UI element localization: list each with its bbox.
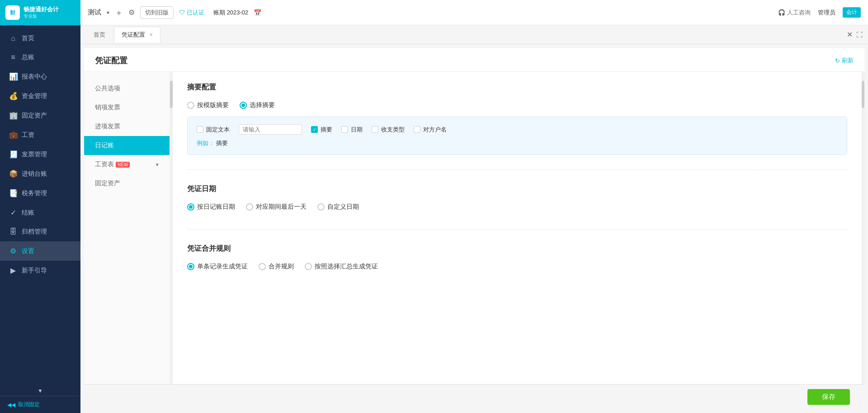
invoice-icon: 🧾 <box>9 150 17 159</box>
sidebar-item-ledger[interactable]: ≡ 总账 <box>0 48 80 67</box>
sidebar-item-home[interactable]: ⌂ 首页 <box>0 29 80 48</box>
shield-icon: 🛡 <box>179 9 185 16</box>
period-label: 账期 2023-02 <box>213 9 248 17</box>
radio-merge-circle <box>259 263 266 270</box>
sidebar-item-tax[interactable]: 📑 税务管理 <box>0 183 80 203</box>
left-nav: 公共选项 销项发票 进项发票 日记账 工资表 NEW ▾ 固定资产 <box>84 72 170 384</box>
sidebar-item-guide[interactable]: ▶ 新手引导 <box>0 261 80 280</box>
role-badge: 会计 <box>843 7 861 18</box>
tab-config[interactable]: 凭证配置 × <box>114 27 160 42</box>
radio-custom-date[interactable]: 自定义日期 <box>317 203 359 211</box>
radio-template[interactable]: 按模版摘要 <box>187 101 229 109</box>
left-nav-sales-invoice[interactable]: 销项发票 <box>84 98 170 117</box>
ledger-icon: ≡ <box>9 53 17 61</box>
checkbox-row: 固定文本 ✓ 摘要 日期 <box>197 124 838 135</box>
radio-journal-date[interactable]: 按日记账日期 <box>187 203 235 211</box>
logo-title: 畅捷通好会计 <box>24 6 59 14</box>
left-nav-journal[interactable]: 日记账 <box>84 136 170 155</box>
scroll-thumb <box>170 81 173 108</box>
sales-icon: 📦 <box>9 169 17 178</box>
page-body: 公共选项 销项发票 进项发票 日记账 工资表 NEW ▾ 固定资产 <box>84 72 864 384</box>
reports-icon: 📊 <box>9 72 17 81</box>
tab-config-label: 凭证配置 <box>122 31 145 38</box>
radio-summary-gen[interactable]: 按照选择汇总生成凭证 <box>305 263 378 271</box>
sidebar-item-checkout[interactable]: ✓ 结账 <box>0 203 80 222</box>
verified-badge: 🛡 已认证 <box>179 9 204 17</box>
summary-config-title: 摘要配置 <box>187 83 847 92</box>
company-dropdown-icon[interactable]: ▾ <box>107 9 109 16</box>
radio-period-last[interactable]: 对应期间最后一天 <box>246 203 307 211</box>
content-area: 凭证配置 ↻ 刷新 公共选项 销项发票 进项发票 日记账 工资表 NEW <box>80 44 868 413</box>
date-checkbox[interactable]: 日期 <box>341 126 363 134</box>
sidebar-item-label: 首页 <box>22 34 34 42</box>
settings-icon: ⚙ <box>9 247 17 255</box>
sidebar-item-label: 总账 <box>22 53 34 61</box>
example-text: 例如： 摘要 <box>197 139 838 147</box>
sidebar-item-label: 发票管理 <box>22 150 47 159</box>
verified-label: 已认证 <box>187 9 204 17</box>
summary-checkbox[interactable]: ✓ 摘要 <box>311 126 332 134</box>
radio-select-label: 选择摘要 <box>250 101 275 109</box>
refresh-icon: ↻ <box>835 57 840 64</box>
radio-summary-gen-label: 按照选择汇总生成凭证 <box>315 263 378 271</box>
left-nav-purchase-invoice[interactable]: 进项发票 <box>84 117 170 136</box>
sidebar-item-label: 新手引导 <box>22 267 47 275</box>
right-content: 摘要配置 按模版摘要 选择摘要 <box>173 72 862 384</box>
sidebar-item-label: 结账 <box>22 209 34 217</box>
payroll-sheet-label: 工资表 <box>95 160 114 169</box>
left-nav-payroll-sheet[interactable]: 工资表 NEW ▾ <box>84 155 170 174</box>
tax-icon: 📑 <box>9 189 17 197</box>
sidebar-item-payroll[interactable]: 💼 工资 <box>0 125 80 145</box>
radio-journal-date-circle <box>187 203 194 211</box>
refresh-btn[interactable]: ↻ 刷新 <box>835 56 854 65</box>
counterpart-checkbox[interactable]: 对方户名 <box>414 126 447 134</box>
tab-home[interactable]: 首页 <box>86 27 113 42</box>
switch-version-btn[interactable]: 切到旧版 <box>140 6 174 19</box>
right-scroll-thumb <box>862 81 864 108</box>
topbar-settings-icon[interactable]: ⚙ <box>128 8 135 17</box>
calendar-icon[interactable]: 📅 <box>254 9 261 16</box>
add-btn[interactable]: ＋ <box>115 7 123 18</box>
sidebar-item-reports[interactable]: 📊 报表中心 <box>0 67 80 86</box>
radio-period-last-label: 对应期间最后一天 <box>256 203 307 211</box>
example-prefix: 例如： <box>197 140 214 146</box>
sidebar-item-archive[interactable]: 🗄 归档管理 <box>0 222 80 241</box>
sidebar-item-assets[interactable]: 🏢 固定资产 <box>0 106 80 125</box>
cancel-pin-btn[interactable]: ◀◀ 取消固定 <box>0 396 80 413</box>
radio-journal-date-label: 按日记账日期 <box>197 203 235 211</box>
sidebar-item-label: 工资 <box>22 131 34 139</box>
save-button[interactable]: 保存 <box>807 389 850 405</box>
radio-merge[interactable]: 合并规则 <box>259 263 294 271</box>
sidebar-item-invoice[interactable]: 🧾 发票管理 <box>0 145 80 164</box>
radio-template-circle <box>187 102 194 109</box>
summary-checkbox-box: ✓ <box>311 126 318 133</box>
right-scroll-indicator <box>862 72 864 384</box>
radio-select[interactable]: 选择摘要 <box>240 101 275 109</box>
payment-type-label: 收支类型 <box>381 126 405 134</box>
save-bar: 保存 <box>84 384 864 409</box>
voucher-date-radio-group: 按日记账日期 对应期间最后一天 自定义日期 <box>187 203 847 211</box>
fixed-text-checkbox[interactable]: 固定文本 <box>197 126 230 134</box>
sidebar-item-label: 归档管理 <box>22 228 47 236</box>
help-btn[interactable]: 🎧 人工咨询 <box>778 9 811 17</box>
left-nav-public[interactable]: 公共选项 <box>84 79 170 98</box>
home-icon: ⌂ <box>9 34 17 42</box>
tab-close-icon[interactable]: × <box>150 32 153 38</box>
summary-checkbox-label: 摘要 <box>321 126 332 134</box>
payment-type-checkbox[interactable]: 收支类型 <box>372 126 405 134</box>
window-close-btn[interactable]: ✕ <box>847 30 853 39</box>
scroll-down-btn[interactable]: ▼ <box>0 386 80 396</box>
fixed-text-input[interactable] <box>239 124 302 135</box>
radio-single[interactable]: 单条记录生成凭证 <box>187 263 248 271</box>
left-nav-fixed-assets[interactable]: 固定资产 <box>84 174 170 193</box>
sidebar-item-sales[interactable]: 📦 进销台账 <box>0 164 80 183</box>
sidebar-item-settings[interactable]: ⚙ 设置 <box>0 241 80 261</box>
sidebar-item-label: 设置 <box>22 247 34 255</box>
pin-icon: ◀◀ <box>7 402 15 408</box>
logo-sub: 专业版 <box>24 13 59 19</box>
sidebar: 财 畅捷通好会计 专业版 ⌂ 首页 ≡ 总账 📊 报表中心 💰 资金管理 🏢 固… <box>0 0 80 413</box>
expand-btn[interactable]: ⛶ <box>856 31 863 38</box>
sidebar-item-finance[interactable]: 💰 资金管理 <box>0 86 80 106</box>
fixed-text-label: 固定文本 <box>206 126 230 134</box>
radio-template-label: 按模版摘要 <box>197 101 229 109</box>
